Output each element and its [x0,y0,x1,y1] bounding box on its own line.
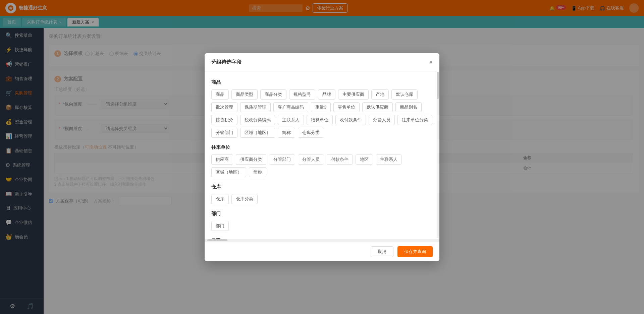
field-tag-goods[interactable]: 商品 [211,89,229,100]
modal-close-button[interactable]: × [429,59,433,66]
field-tag-department[interactable]: 部门 [211,221,229,231]
field-tag-settle-unit[interactable]: 结算单位 [307,115,333,125]
field-tag-main-contact2[interactable]: 主联系人 [376,154,402,165]
goods-fields: 商品 商品类型 商品分类 规格型号 品牌 主要供应商 产地 默认仓库 批次管理 … [211,89,433,138]
field-tag-supplier[interactable]: 供应商 [211,154,233,165]
field-tag-district[interactable]: 地区 [356,154,373,165]
confirm-button[interactable]: 保存并查询 [397,246,433,257]
field-tag-batch-mgmt[interactable]: 批次管理 [211,102,237,112]
section-title-department: 部门 [211,211,433,217]
field-tag-supplier-category[interactable]: 供应商分类 [236,154,266,165]
modal-dialog: 分组待选字段 × 商品 商品 商品类型 商品分类 规格型号 品牌 主要供应商 产… [205,53,439,261]
field-tag-customer-code[interactable]: 客户商品编码 [273,102,308,112]
section-title-warehouse: 仓库 [211,184,433,190]
field-tag-region2[interactable]: 区域（地区） [211,167,246,177]
modal-overlay: 分组待选字段 × 商品 商品 商品类型 商品分类 规格型号 品牌 主要供应商 产… [0,0,644,314]
field-tag-mgmt-dept[interactable]: 分管部门 [269,154,295,165]
field-tag-abbr-goods[interactable]: 简称 [278,128,295,138]
field-tag-spec-model[interactable]: 规格型号 [289,89,315,100]
field-tag-main-contact[interactable]: 主联系人 [278,115,304,125]
field-tag-default-supplier[interactable]: 默认供应商 [362,102,393,112]
scrollbar-track[interactable] [437,72,439,238]
field-tag-default-warehouse[interactable]: 默认仓库 [391,89,418,100]
section-title-employee: 员工 [211,238,433,239]
field-tag-abbr2[interactable]: 简称 [249,167,266,177]
warehouse-fields: 仓库 仓库分类 [211,194,433,204]
field-tag-retail-unit[interactable]: 零售单位 [333,102,360,112]
field-tag-origin[interactable]: 产地 [371,89,389,100]
field-tag-region-goods[interactable]: 区域（地区） [240,128,275,138]
modal-title: 分组待选字段 [211,59,241,65]
section-title-counterpart: 往来单位 [211,144,433,150]
field-tag-shelf-life[interactable]: 保质期管理 [240,102,271,112]
department-fields: 部门 [211,221,433,231]
h-scrollbar-thumb[interactable] [207,239,227,241]
field-tag-warehouse-cat[interactable]: 仓库分类 [298,128,324,138]
field-tag-goods-alias[interactable]: 商品别名 [395,102,422,112]
cancel-button[interactable]: 取消 [371,246,393,257]
field-tag-warehouse-category[interactable]: 仓库分类 [231,194,258,204]
section-title-goods: 商品 [211,79,433,85]
counterpart-fields: 供应商 供应商分类 分管部门 分管人员 付款条件 地区 主联系人 区域（地区） … [211,154,433,177]
field-tag-goods-type[interactable]: 商品类型 [231,89,258,100]
field-tag-supervisor[interactable]: 分管人员 [369,115,395,125]
field-tag-mgmt-person[interactable]: 分管人员 [298,154,324,165]
field-tag-pay-terms[interactable]: 付款条件 [327,154,353,165]
modal-body[interactable]: 商品 商品 商品类型 商品分类 规格型号 品牌 主要供应商 产地 默认仓库 批次… [205,71,439,239]
modal-header: 分组待选字段 × [205,53,439,71]
field-tag-tax-code[interactable]: 税收分类编码 [240,115,275,125]
field-tag-pick-points[interactable]: 拣货积分 [211,115,237,125]
modal-footer: 取消 保存并查询 [205,242,439,261]
field-tag-dept[interactable]: 分管部门 [211,128,237,138]
scrollbar-thumb[interactable] [437,72,439,99]
field-tag-warehouse[interactable]: 仓库 [211,194,229,204]
field-tag-weight3[interactable]: 重量3 [311,102,331,112]
field-tag-brand[interactable]: 品牌 [318,89,335,100]
field-tag-payment-terms[interactable]: 收付款条件 [335,115,366,125]
field-tag-main-supplier[interactable]: 主要供应商 [338,89,369,100]
modal-horizontal-scrollbar[interactable] [205,239,439,242]
field-tag-goods-category[interactable]: 商品分类 [260,89,286,100]
field-tag-counterpart-category[interactable]: 往来单位分类 [397,115,432,125]
